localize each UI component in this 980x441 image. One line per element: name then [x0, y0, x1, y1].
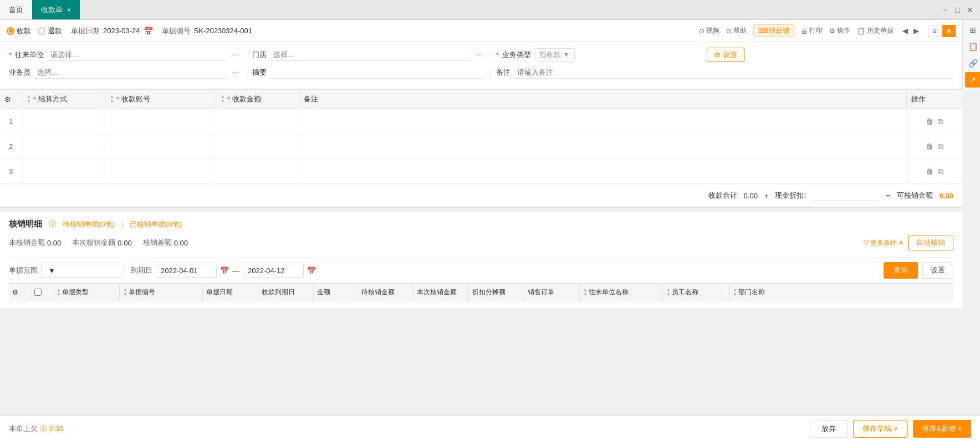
- setting-icon: ⚙: [714, 51, 721, 59]
- row-3-account[interactable]: [105, 159, 216, 183]
- ops-label: 操作: [837, 26, 850, 35]
- row-1-delete-icon[interactable]: 🗑: [926, 117, 933, 126]
- save-new-btn[interactable]: 保存&新增 ∨: [913, 420, 971, 438]
- main-content: 收款 退款 单据日期 2023-03-24 📅 单据编号 SK-20230324…: [0, 20, 980, 435]
- note-input[interactable]: [514, 66, 953, 79]
- biz-type-chevron: ▼: [563, 51, 570, 59]
- select-all-checkbox[interactable]: [34, 289, 42, 296]
- view-grid-btn[interactable]: ⊞: [942, 25, 956, 37]
- help-btn[interactable]: ⊙ 帮助: [726, 26, 747, 35]
- history-label: 历史单据: [867, 26, 894, 35]
- tab-close-icon[interactable]: ×: [67, 6, 71, 14]
- row-2-delete-icon[interactable]: 🗑: [926, 142, 933, 151]
- summary-field: 摘要: [252, 66, 485, 79]
- shop-more-icon[interactable]: ···: [473, 50, 485, 60]
- row-3-note[interactable]: [299, 159, 907, 183]
- bottom-stat: 本单上欠 ⓘ 0.00: [9, 424, 63, 434]
- radio-refund[interactable]: 退款: [38, 26, 62, 36]
- tab-pending[interactable]: 待核销单据(0笔): [63, 219, 115, 229]
- bottom-col-date: 单据日期: [203, 284, 258, 301]
- help-label: 帮助: [733, 26, 747, 35]
- view-list-btn[interactable]: ≡: [928, 25, 941, 37]
- row-1-amount[interactable]: [216, 109, 299, 134]
- nav-prev-icon[interactable]: ◀: [900, 25, 910, 36]
- bottom-col-order: 销售订单: [524, 284, 580, 301]
- unrec-value: 0.00: [47, 239, 61, 247]
- video-icon: ⊙: [699, 27, 705, 35]
- row-2-note[interactable]: [299, 134, 907, 158]
- row-2-amount[interactable]: [216, 134, 299, 158]
- save-draft-btn[interactable]: 保存草稿 ∨: [853, 420, 907, 438]
- diff-label: 核销差额: [143, 238, 172, 248]
- row-3-copy-icon[interactable]: ⧉: [938, 167, 943, 176]
- stat-info-icon[interactable]: ⓘ: [40, 424, 47, 434]
- table-setting-label: 设置: [931, 266, 945, 274]
- more-conditions-btn[interactable]: ▽ 更多条件 ∧: [864, 238, 904, 248]
- tab-done[interactable]: 已核销单据(0笔): [130, 219, 182, 229]
- sort-settle: ▲▼: [27, 95, 31, 104]
- biz-type-select[interactable]: 预收款 ▼: [534, 48, 575, 61]
- video-btn[interactable]: ⊙ 视频: [699, 26, 719, 35]
- date-to-input[interactable]: [243, 264, 304, 278]
- row-3-actions: 🗑 ⧉: [907, 159, 962, 183]
- shop-label: 门店: [252, 50, 267, 60]
- window-maximize[interactable]: □: [953, 4, 962, 16]
- history-btn[interactable]: 📋 历史单据: [857, 26, 894, 35]
- discount-input[interactable]: [813, 190, 879, 201]
- staff-more-icon[interactable]: ···: [230, 68, 242, 78]
- range-select[interactable]: ▼: [41, 264, 124, 278]
- row-3-amount[interactable]: [216, 159, 299, 183]
- radio-receipt[interactable]: 收款: [7, 26, 31, 36]
- shortcut-btn[interactable]: ⌨ 快捷键: [753, 24, 794, 37]
- auto-verify-btn[interactable]: 自动核销: [908, 235, 953, 250]
- row-3-delete-icon[interactable]: 🗑: [926, 167, 933, 176]
- sidebar-doc-icon[interactable]: 📋: [965, 39, 980, 54]
- staff-input[interactable]: [34, 66, 227, 79]
- summary-input[interactable]: [270, 66, 485, 79]
- setting-btn[interactable]: ⚙ 设置: [707, 48, 744, 62]
- filter-row: 单据范围 ▼ 到期日 📅 — 📅 查询 设置: [9, 257, 953, 283]
- curr-rec-label: 本次核销金额: [72, 238, 115, 248]
- calendar-icon[interactable]: 📅: [144, 27, 153, 35]
- date-from-icon[interactable]: 📅: [220, 266, 229, 275]
- partner-input[interactable]: [47, 49, 227, 61]
- sidebar-table-icon[interactable]: ⊞: [965, 22, 980, 38]
- sidebar-active-icon[interactable]: ↗: [965, 72, 980, 88]
- date-to-icon[interactable]: 📅: [307, 266, 316, 275]
- col-gear[interactable]: ⚙: [0, 90, 22, 109]
- window-minimize[interactable]: －: [939, 4, 951, 16]
- row-2-settle[interactable]: [22, 134, 105, 158]
- row-2-account[interactable]: [105, 134, 216, 158]
- date-value: 2023-03-24: [103, 27, 140, 35]
- row-2-actions: 🗑 ⧉: [907, 134, 962, 158]
- row-2-copy-icon[interactable]: ⧉: [938, 142, 943, 151]
- bottom-actions: 放弃 保存草稿 ∨ 保存&新增 ∨: [810, 420, 971, 438]
- row-1-account[interactable]: [105, 109, 216, 134]
- sidebar-link-icon[interactable]: 🔗: [965, 55, 980, 71]
- bottom-gear-icon: ⚙: [12, 289, 18, 296]
- row-1-note[interactable]: [299, 109, 907, 134]
- row-1-copy-icon[interactable]: ⧉: [938, 117, 943, 126]
- abandon-btn[interactable]: 放弃: [810, 420, 848, 438]
- tab-home[interactable]: 首页: [0, 0, 32, 19]
- row-3-settle[interactable]: [22, 159, 105, 183]
- table-setting-btn[interactable]: 设置: [922, 262, 953, 279]
- partner-field: * 往来单位 ···: [9, 49, 242, 61]
- bottom-col-check[interactable]: [31, 284, 53, 301]
- biz-type-field: * 业务类型 预收款 ▼: [496, 48, 707, 61]
- form-row-1: * 往来单位 ··· | 门店 ··· | * 业务类型 预收款 ▼: [9, 48, 953, 62]
- window-close[interactable]: ✕: [964, 4, 976, 16]
- print-btn[interactable]: 🖨 打印: [801, 26, 823, 35]
- ops-btn[interactable]: ⚙ 操作: [829, 26, 850, 35]
- bottom-col-gear[interactable]: ⚙: [9, 284, 31, 301]
- partner-more-icon[interactable]: ···: [230, 50, 242, 60]
- verify-info-icon[interactable]: ⓘ: [49, 219, 56, 229]
- shop-input[interactable]: [270, 49, 470, 61]
- nav-next-icon[interactable]: ▶: [911, 25, 921, 36]
- query-label: 查询: [894, 266, 908, 274]
- query-btn[interactable]: 查询: [884, 262, 918, 279]
- video-label: 视频: [706, 26, 719, 35]
- row-1-settle[interactable]: [22, 109, 105, 134]
- tab-active[interactable]: 收款单 ×: [32, 0, 80, 19]
- date-from-input[interactable]: [156, 264, 217, 278]
